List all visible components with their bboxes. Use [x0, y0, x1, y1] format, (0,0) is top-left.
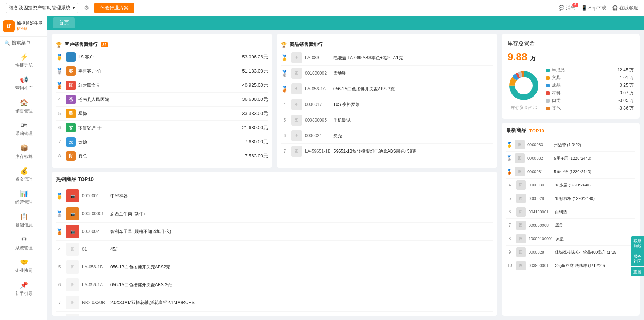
trial-button[interactable]: 体验行业方案	[94, 3, 134, 13]
inventory-unit: 万	[530, 55, 536, 61]
list-item: 🥈 📷 000500001 新西兰牛肉 (新牛)	[56, 205, 493, 223]
donut-chart: 库存资金占比	[508, 69, 540, 111]
product-code: LA-056-1A	[305, 86, 330, 91]
legend-value: 0.07 万	[620, 90, 634, 96]
product-code: 0000001	[82, 193, 107, 198]
sidebar-item-marketing[interactable]: 📢 营销推广	[0, 72, 47, 95]
product-code: 0000021	[305, 133, 330, 138]
product-placeholder: 图	[66, 296, 79, 309]
customer-service-button[interactable]: 客服热线	[631, 236, 644, 251]
table-row: 🥈 图 001000002 雪地靴	[281, 66, 493, 81]
logo-text-group: 畅捷通好生意 标准版	[17, 21, 43, 32]
live-button[interactable]: 直播	[631, 267, 644, 276]
hot-products-list: 🥇 📷 0000001 中华神器 🥈 📷 000500001 新西兰牛肉 (新牛…	[56, 187, 493, 316]
hot-products-label: 热销商品 TOP10	[56, 176, 94, 183]
legend-label: 肉类	[552, 98, 616, 104]
medal-gold-icon: 🥇	[506, 142, 512, 148]
headset-icon: 🎧	[612, 5, 618, 11]
logo-badge: 标准版	[17, 26, 43, 32]
sidebar-item-guide[interactable]: 📌 新手引导	[0, 278, 47, 300]
product-icon: 图	[515, 153, 525, 163]
sidebar-item-base[interactable]: 📋 基础信息	[0, 209, 47, 232]
customer-ranking-title: 客户销售额排行	[65, 41, 98, 48]
rank-number: 10	[506, 263, 513, 268]
sidebar-item-quick-nav[interactable]: ⚡ 快捷导航	[0, 49, 47, 72]
legend-label: 半成品	[552, 67, 615, 73]
legend-dot	[546, 107, 550, 110]
list-item: 8 图 10000100001 原盅	[506, 232, 635, 246]
product-name: 18多层 (1220*2440)	[555, 182, 635, 188]
rank-number: 4	[281, 102, 288, 107]
customer-avatar: 苍	[66, 95, 76, 104]
sales-icon: 🏠	[20, 99, 28, 107]
cooperation-icon: 🤝	[20, 258, 28, 266]
table-row: 🥉 红 红太阳文具 40,925.00元	[56, 78, 268, 93]
sidebar-item-sales[interactable]: 🏠 销售管理	[0, 95, 47, 118]
purchase-label: 采购管理	[15, 131, 33, 137]
sales-label: 销售管理	[15, 108, 33, 114]
product-placeholder: 图	[66, 243, 79, 256]
search-menu[interactable]: 🔍 搜索菜单	[0, 37, 47, 49]
customer-name: 肖总	[78, 153, 242, 159]
logo-icon: 好	[3, 20, 15, 32]
svg-point-6	[517, 78, 531, 93]
sidebar-item-inventory[interactable]: 📦 库存核算	[0, 140, 47, 163]
sidebar-item-finance[interactable]: 💰 资金管理	[0, 163, 47, 186]
product-code: 001000002	[305, 71, 330, 76]
float-service: 客服热线 服务社区 直播	[631, 236, 644, 276]
nav-tab-home[interactable]: 首页	[53, 17, 75, 28]
system-select[interactable]: 装备及固定资产辅助管理系统 ▾	[6, 3, 78, 13]
customer-avatar: L	[66, 52, 76, 62]
product-ranking-list: 🥇 图 LA-089 电池盖 LA-089 ABS本色+黑种 7.1克 🥈 图 …	[281, 50, 493, 159]
guide-label: 新手引导	[15, 291, 33, 297]
list-item: 8 图 0000011 12070519-xs	[56, 312, 493, 316]
sidebar-item-system[interactable]: ⚙ 系统管理	[0, 232, 47, 255]
quick-nav-label: 快捷导航	[15, 62, 33, 69]
newest-label: 最新商品	[506, 127, 526, 134]
legend-dot	[546, 69, 550, 72]
product-code: LA-056-1A	[82, 282, 107, 287]
base-icon: 📋	[20, 213, 28, 221]
sidebar-item-purchase[interactable]: 🛍 采购管理	[0, 118, 47, 140]
customer-name: 星扬	[78, 111, 239, 117]
inventory-card: 库存总资金 9.88 万	[502, 34, 640, 119]
product-code: LA-056-1B	[82, 264, 107, 270]
app-download-button[interactable]: 📱 App下载	[581, 5, 606, 11]
product-ranking-header: 🏆 商品销售额排行	[281, 38, 493, 50]
sidebar-item-cooperation[interactable]: 🤝 企业协同	[0, 255, 47, 278]
product-icon: 图	[516, 247, 526, 257]
product-icon: 图	[516, 207, 526, 217]
rank-number: 4	[56, 97, 63, 102]
inventory-value: 9.88	[508, 51, 527, 62]
table-row: 🥉 图 LA-056-1A 056-1A白色按键开关盖ABS 3克	[281, 81, 493, 97]
app-download-label: App下载	[588, 5, 606, 11]
base-label: 基础信息	[15, 222, 33, 228]
online-service-button[interactable]: 🎧 在线客服	[612, 5, 638, 11]
gear-button[interactable]: ⚙	[81, 3, 91, 13]
customer-ranking-header: 🏆 客户销售额排行 22	[56, 38, 268, 50]
customer-avatar: 红	[66, 81, 76, 90]
hot-products-card: 热销商品 TOP10 🥇 📷 0000001 中华神器 🥈 📷 00050000…	[52, 172, 497, 316]
table-row: 6 图 0000021 夹壳	[281, 128, 493, 144]
top-bar-left: 装备及固定资产辅助管理系统 ▾ ⚙ 体验行业方案	[6, 3, 134, 13]
chart-label: 库存资金占比	[508, 104, 540, 111]
product-thumbnail: 📷	[66, 225, 79, 238]
product-icon: 图	[516, 234, 526, 243]
service-community-button[interactable]: 服务社区	[631, 251, 644, 266]
legend-value: 0.25 万	[620, 82, 634, 89]
legend-value: 1.01 万	[620, 75, 634, 81]
legend-value: -3.86 万	[618, 105, 634, 111]
sidebar-item-operations[interactable]: 📊 经营管理	[0, 186, 47, 209]
customer-name: 零售客户-许	[78, 68, 239, 74]
rank-number: 5	[506, 196, 513, 201]
top-bar-right: 💬 消息 6 📱 App下载 🎧 在线客服	[559, 5, 638, 11]
customer-amount: 40,925.00元	[242, 82, 268, 89]
search-icon: 🔍	[4, 40, 10, 46]
product-code: 0000032	[527, 156, 551, 160]
right-panel: 库存总资金 9.88 万	[502, 34, 640, 316]
message-button[interactable]: 💬 消息 6	[559, 5, 575, 11]
message-badge: 6	[572, 3, 578, 7]
table-row: 4 苍 苍南县人民医院 36,600.00元	[56, 93, 268, 107]
hot-products-title: 热销商品 TOP10	[56, 176, 493, 183]
product-name: 22g鱼豆腐-烧烤味 (1*12*20)	[555, 263, 635, 268]
